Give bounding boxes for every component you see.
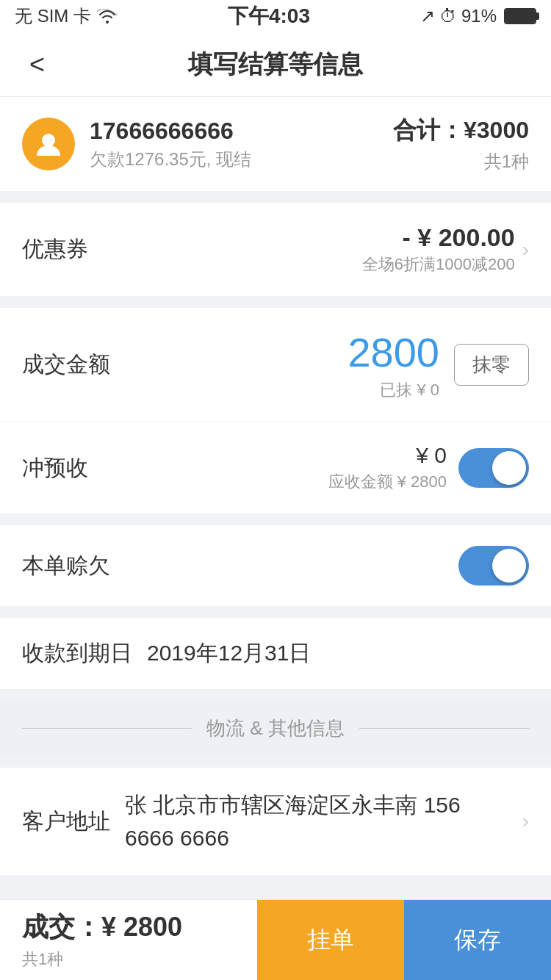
prepaid-sub: 应收金额 ¥ 2800 bbox=[328, 471, 447, 493]
customer-info-left: 17666666666 欠款1276.35元, 现结 bbox=[22, 118, 251, 171]
deal-amount: ¥ 2800 bbox=[101, 912, 182, 942]
customer-phone: 17666666666 bbox=[90, 118, 251, 145]
round-button[interactable]: 抹零 bbox=[454, 344, 529, 386]
transaction-section: 成交金额 2800 已抹 ¥ 0 抹零 冲预收 ¥ 0 应收金额 ¥ 2800 bbox=[0, 308, 551, 514]
save-button[interactable]: 保存 bbox=[404, 900, 551, 980]
bottom-deal-amount: 成交：¥ 2800 bbox=[22, 909, 235, 945]
no-sim-text: 无 SIM 卡 bbox=[15, 4, 91, 28]
customer-card: 17666666666 欠款1276.35元, 现结 合计：¥3000 共1种 bbox=[0, 97, 551, 191]
status-time: 下午4:03 bbox=[228, 2, 310, 30]
due-date-label: 收款到期日 bbox=[22, 638, 132, 669]
amount-label: 成交金额 bbox=[22, 350, 110, 380]
debt-toggle-knob bbox=[492, 549, 526, 583]
customer-debt: 欠款1276.35元, 现结 bbox=[90, 148, 251, 171]
coupon-discount: - ¥ 200.00 bbox=[362, 223, 515, 252]
debt-label: 本单赊欠 bbox=[22, 551, 110, 581]
prepaid-toggle[interactable] bbox=[458, 448, 529, 488]
amount-row: 成交金额 2800 已抹 ¥ 0 抹零 bbox=[0, 308, 551, 422]
back-button[interactable]: < bbox=[22, 42, 52, 87]
wifi-icon bbox=[97, 9, 118, 24]
customer-info: 17666666666 欠款1276.35元, 现结 bbox=[90, 118, 251, 171]
hold-button[interactable]: 挂单 bbox=[257, 900, 404, 980]
due-date-row: 收款到期日 2019年12月31日 bbox=[0, 618, 551, 689]
bottom-info: 成交：¥ 2800 共1种 bbox=[0, 900, 257, 980]
prepaid-value-area: ¥ 0 应收金额 ¥ 2800 bbox=[328, 443, 447, 493]
svg-point-0 bbox=[42, 134, 55, 147]
coupon-right: - ¥ 200.00 全场6折满1000减200 › bbox=[362, 223, 529, 275]
logistics-divider: 物流 & 其他信息 bbox=[0, 701, 551, 756]
prepaid-right: ¥ 0 应收金额 ¥ 2800 bbox=[328, 443, 529, 493]
debt-section: 本单赊欠 bbox=[0, 525, 551, 606]
bottom-deal-count: 共1种 bbox=[22, 948, 235, 970]
debt-toggle[interactable] bbox=[458, 546, 529, 586]
toggle-knob bbox=[492, 451, 526, 485]
status-right: ↗ ⏱ 91% bbox=[420, 6, 536, 26]
battery-percent: 91% bbox=[461, 6, 497, 26]
divider-line-right bbox=[359, 728, 529, 729]
total-count: 共1种 bbox=[393, 150, 529, 173]
nav-bar: < 填写结算等信息 bbox=[0, 32, 551, 97]
customer-total: 合计：¥3000 共1种 bbox=[393, 115, 529, 173]
debt-row: 本单赊欠 bbox=[0, 525, 551, 606]
divider-line-left bbox=[22, 728, 192, 729]
amount-right: 2800 已抹 ¥ 0 抹零 bbox=[347, 328, 529, 401]
coupon-desc: 全场6折满1000减200 bbox=[362, 253, 515, 275]
amount-value: 2800 bbox=[347, 328, 439, 376]
amount-sub: 已抹 ¥ 0 bbox=[347, 379, 439, 401]
avatar bbox=[22, 118, 75, 170]
prepaid-amount: ¥ 0 bbox=[328, 443, 447, 468]
address-label: 客户地址 bbox=[22, 807, 110, 837]
bottom-bar: 成交：¥ 2800 共1种 挂单 保存 bbox=[0, 899, 551, 980]
coupon-chevron-icon: › bbox=[522, 238, 529, 262]
prepaid-row: 冲预收 ¥ 0 应收金额 ¥ 2800 bbox=[0, 422, 551, 514]
clock-icon: ⏱ bbox=[439, 6, 457, 26]
status-bar: 无 SIM 卡 下午4:03 ↗ ⏱ 91% bbox=[0, 0, 551, 32]
address-row[interactable]: 客户地址 张 北京市市辖区海淀区永丰南 156 6666 6666 › bbox=[0, 768, 551, 875]
amount-value-area: 2800 已抹 ¥ 0 bbox=[347, 328, 439, 401]
coupon-label: 优惠券 bbox=[22, 234, 88, 264]
coupon-row[interactable]: 优惠券 - ¥ 200.00 全场6折满1000减200 › bbox=[0, 203, 551, 296]
due-date-value: 2019年12月31日 bbox=[147, 638, 311, 669]
deal-label: 成交： bbox=[22, 912, 101, 942]
prepaid-label: 冲预收 bbox=[22, 453, 88, 483]
battery-icon bbox=[504, 8, 536, 24]
location-icon: ↗ bbox=[420, 6, 435, 26]
total-amount: 合计：¥3000 bbox=[393, 115, 529, 147]
avatar-icon bbox=[34, 129, 63, 159]
content: 17666666666 欠款1276.35元, 现结 合计：¥3000 共1种 … bbox=[0, 97, 551, 980]
status-left: 无 SIM 卡 bbox=[15, 4, 118, 28]
address-chevron-icon: › bbox=[522, 810, 529, 833]
page-title: 填写结算等信息 bbox=[188, 48, 363, 82]
coupon-text-area: - ¥ 200.00 全场6折满1000减200 bbox=[362, 223, 515, 275]
address-value: 张 北京市市辖区海淀区永丰南 156 6666 6666 bbox=[125, 788, 508, 854]
divider-text: 物流 & 其他信息 bbox=[206, 716, 345, 741]
